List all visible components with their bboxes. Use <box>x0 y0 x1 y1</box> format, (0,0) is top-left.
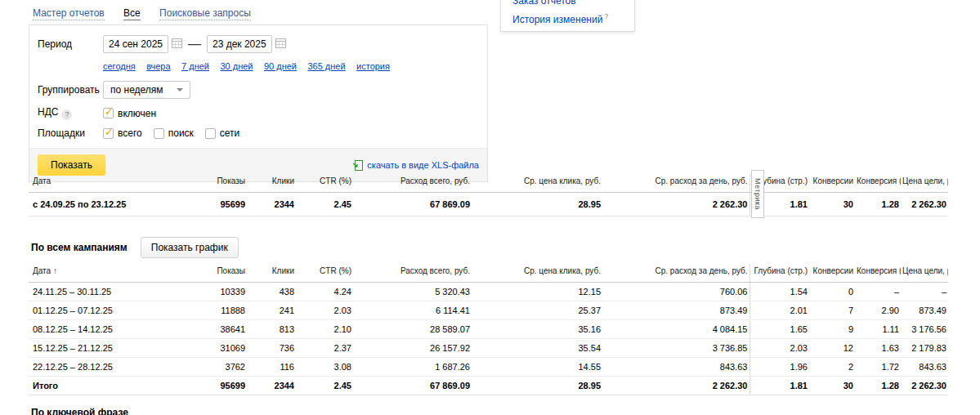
column-header[interactable]: Конверсия (%) <box>855 173 901 193</box>
show-chart-button[interactable]: Показать график <box>141 237 239 258</box>
table-cell: 67 869.09 <box>353 193 472 216</box>
checkbox-checked: ✓ <box>103 128 114 139</box>
table-cell: 12 <box>809 339 855 358</box>
quick-range-history[interactable]: история <box>356 61 390 71</box>
group-by-select[interactable]: по неделям <box>103 81 190 99</box>
help-icon[interactable]: ? <box>604 12 608 20</box>
column-header[interactable]: Ср. расход за день, руб. <box>602 263 750 283</box>
table-cell: 4 084.15 <box>602 320 750 339</box>
table-cell: 28 589.07 <box>353 320 472 339</box>
campaigns-section-header: По всем кампаниям Показать график <box>31 237 239 258</box>
table-cell: 843.63 <box>901 358 948 377</box>
table-cell: 28.95 <box>472 193 602 216</box>
table-cell: 01.12.25 – 07.12.25 <box>29 301 190 320</box>
table-cell: 30 <box>809 193 855 216</box>
summary-table-section: ДатаПоказыКликиCTR (%)Расход всего, руб.… <box>29 173 948 216</box>
column-header[interactable]: Ср. цена клика, руб. <box>472 263 602 283</box>
quick-range-yesterday[interactable]: вчера <box>146 61 170 71</box>
tab-search-queries[interactable]: Поисковые запросы <box>159 7 251 20</box>
table-cell: с 24.09.25 по 23.12.25 <box>29 193 190 216</box>
column-header[interactable]: Дата <box>29 173 190 193</box>
table-cell: 2.03 <box>296 301 353 320</box>
check-icon: ✓ <box>105 126 114 138</box>
table-cell: 2344 <box>247 193 296 216</box>
table-cell: 241 <box>247 301 296 320</box>
table-cell: 2 179.83 <box>901 339 948 358</box>
column-header[interactable]: Конверсии <box>809 173 855 193</box>
column-header[interactable]: Клики <box>247 263 296 283</box>
download-xls-label: скачать в виде XLS-файла <box>367 160 479 170</box>
report-tabs: Мастер отчетов Все Поисковые запросы <box>33 7 267 19</box>
column-header[interactable]: Конверсии <box>809 263 855 283</box>
table-cell: 6 114.41 <box>353 301 472 320</box>
column-header[interactable]: Показы <box>190 263 247 283</box>
reports-menu-panel: Заказ отчетов История изменений? <box>500 0 635 32</box>
table-row: 22.12.25 – 28.12.2537621163.081 687.2614… <box>29 358 948 377</box>
table-cell: 2 <box>809 358 855 377</box>
table-cell: 7 <box>809 301 855 320</box>
vat-row: НДС? ✓ включен <box>38 106 479 120</box>
table-cell: 1.11 <box>855 320 901 339</box>
date-to-input[interactable] <box>207 35 272 53</box>
table-cell: 116 <box>247 358 296 377</box>
column-header[interactable]: Дата ↑ <box>29 263 190 283</box>
table-row: 15.12.25 – 21.12.25310697362.3726 157.92… <box>29 339 948 358</box>
column-header[interactable]: Расход всего, руб. <box>353 263 472 283</box>
calendar-icon[interactable] <box>172 37 182 51</box>
table-cell: 3 176.56 <box>901 320 948 339</box>
column-header[interactable]: Цена цели, руб. <box>901 263 948 283</box>
date-range-dash: — <box>188 37 201 51</box>
table-cell: Итого <box>29 377 190 395</box>
table-cell: 4.24 <box>296 283 353 301</box>
column-header[interactable]: Показы <box>190 173 247 193</box>
column-header[interactable]: Ср. цена клика, руб. <box>472 173 602 193</box>
tab-all[interactable]: Все <box>123 7 141 20</box>
table-cell: 843.63 <box>602 358 750 377</box>
table-cell: 2.45 <box>296 193 353 216</box>
table-cell: 3.08 <box>296 358 353 377</box>
table-cell: 1.28 <box>855 377 901 395</box>
column-header[interactable]: Ср. расход за день, руб. <box>602 173 750 193</box>
platforms-row: Площадки ✓ всего поиск сети <box>38 127 479 139</box>
column-header[interactable]: CTR (%) <box>296 263 353 283</box>
quick-range-today[interactable]: сегодня <box>103 61 136 71</box>
platform-networks-checkbox[interactable]: сети <box>205 127 239 139</box>
table-cell: 2.01 <box>750 301 809 320</box>
table-cell: 95699 <box>190 377 247 395</box>
table-row: 01.12.25 – 07.12.25118882412.036 114.412… <box>29 301 948 320</box>
metrika-tab[interactable]: Метрика <box>751 170 764 218</box>
checkbox-checked: ✓ <box>103 108 114 118</box>
quick-range-365days[interactable]: 365 дней <box>307 61 345 71</box>
platform-total-checkbox[interactable]: ✓ всего <box>103 127 142 139</box>
vat-checkbox[interactable]: ✓ включен <box>103 108 156 119</box>
table-cell: 873.49 <box>901 301 948 320</box>
change-history-link[interactable]: История изменений <box>512 14 602 25</box>
column-header[interactable]: CTR (%) <box>296 173 353 193</box>
table-cell: 15.12.25 – 21.12.25 <box>29 339 190 358</box>
date-from-input[interactable] <box>103 35 168 53</box>
table-cell: 813 <box>247 320 296 339</box>
vat-label: НДС? <box>38 106 103 120</box>
column-header[interactable]: Цена цели, руб. <box>901 173 948 193</box>
vat-help-icon[interactable]: ? <box>61 109 72 120</box>
history-row: История изменений? <box>512 12 623 25</box>
group-row: Группировать по неделям <box>38 81 479 99</box>
table-cell: – <box>855 283 901 301</box>
platform-search-checkbox[interactable]: поиск <box>154 127 194 139</box>
tab-report-wizard[interactable]: Мастер отчетов <box>33 7 105 20</box>
period-row: Период — <box>38 35 479 53</box>
column-header[interactable]: Глубина (стр.) <box>750 263 809 283</box>
column-header[interactable]: Клики <box>247 173 296 193</box>
table-cell: 1 687.26 <box>353 358 472 377</box>
column-header[interactable]: Конверсия (%) <box>855 263 901 283</box>
table-cell: 26 157.92 <box>353 339 472 358</box>
campaigns-header-row: Дата ↑ПоказыКликиCTR (%)Расход всего, ру… <box>29 263 948 283</box>
download-xls-link[interactable]: скачать в виде XLS-файла <box>352 160 479 171</box>
quick-range-90days[interactable]: 90 дней <box>264 61 297 71</box>
calendar-icon[interactable] <box>275 37 286 51</box>
table-cell: 2 262.30 <box>602 193 750 216</box>
quick-range-30days[interactable]: 30 дней <box>220 61 253 71</box>
quick-range-7days[interactable]: 7 дней <box>181 61 209 71</box>
column-header[interactable]: Расход всего, руб. <box>353 173 472 193</box>
order-reports-link[interactable]: Заказ отчетов <box>512 0 576 7</box>
